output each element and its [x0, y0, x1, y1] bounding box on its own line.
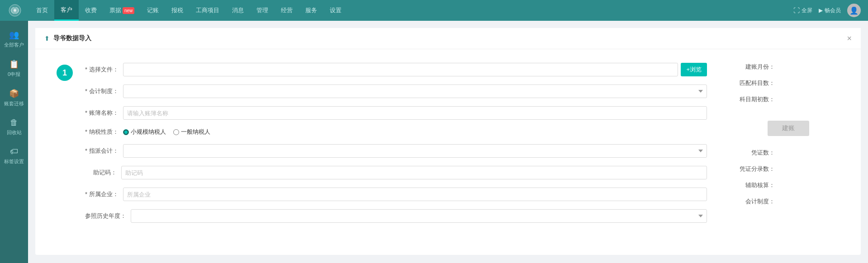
subject-init-row: 科目期初数： — [734, 95, 843, 103]
top-nav: 首页 客户 收费 票据 new 记账 报税 工商项目 消息 管理 经营 服务 设… — [0, 0, 868, 21]
avatar-icon: 👤 — [849, 6, 859, 15]
sidebar-item-account-migration[interactable]: 📦 账套迁移 — [0, 84, 28, 112]
form-container: 1 * 选择文件： +浏览 * 会计制 — [35, 49, 861, 236]
memo-code-row: 助记码： — [85, 166, 707, 179]
ledger-name-input[interactable] — [123, 106, 707, 120]
declaration-icon: 📋 — [9, 59, 19, 69]
build-month-label: 建账月份： — [734, 63, 775, 71]
avatar[interactable]: 👤 — [847, 4, 861, 17]
build-account-button[interactable]: 建账 — [768, 121, 809, 136]
auxiliary-row: 辅助核算： — [734, 181, 843, 189]
import-icon: ⬆ — [44, 35, 50, 42]
nav-item-customer[interactable]: 客户 — [54, 0, 79, 21]
sidebar-item-zero-declaration[interactable]: 📋 0申报 — [0, 55, 28, 82]
voucher-entries-row: 凭证分录数： — [734, 165, 843, 173]
voucher-row: 凭证数： — [734, 149, 843, 157]
sidebar-item-recycle[interactable]: 🗑 回收站 — [0, 113, 28, 141]
reference-year-label: 参照历史年度： — [85, 212, 126, 220]
panel-title: 导爷数据导入 — [53, 34, 91, 42]
member-btn[interactable]: ▶ 畅会员 — [819, 7, 841, 14]
nav-item-manage[interactable]: 管理 — [250, 0, 275, 21]
accounting-system-right-row: 会计制度： — [734, 197, 843, 206]
step-indicator: 1 — [53, 63, 76, 81]
company-input[interactable] — [123, 188, 707, 201]
form-left: 1 * 选择文件： +浏览 * 会计制 — [53, 63, 707, 223]
nav-items: 首页 客户 收费 票据 new 记账 报税 工商项目 消息 管理 经营 服务 设… — [30, 0, 793, 21]
accounting-system-row: * 会计制度： — [85, 85, 707, 98]
nav-right: ⛶ 全屏 ▶ 畅会员 👤 — [793, 4, 868, 17]
file-label: * 选择文件： — [85, 66, 119, 74]
company-label: * 所属企业： — [85, 190, 119, 198]
nav-item-operation[interactable]: 经营 — [275, 0, 299, 21]
assign-accountant-row: * 指派会计： — [85, 144, 707, 158]
sidebar-item-all-customers[interactable]: 👥 全部客户 — [0, 25, 28, 53]
sidebar-item-tag-settings[interactable]: 🏷 标签设置 — [0, 142, 28, 169]
general-taxpayer-option[interactable]: 一般纳税人 — [173, 128, 210, 136]
nav-item-fee[interactable]: 收费 — [79, 0, 103, 21]
memo-code-input[interactable] — [121, 166, 707, 179]
nav-item-service[interactable]: 服务 — [299, 0, 323, 21]
step-circle: 1 — [57, 65, 73, 81]
voucher-entries-label: 凭证分录数： — [734, 165, 775, 173]
accounting-system-right-label: 会计制度： — [734, 197, 775, 206]
customers-icon: 👥 — [9, 30, 19, 40]
new-badge: new — [123, 7, 134, 14]
nav-item-bookkeeping[interactable]: 记账 — [141, 0, 165, 21]
assign-accountant-select[interactable] — [123, 144, 707, 158]
reference-year-row: 参照历史年度： — [85, 209, 707, 223]
content-area: ⬆ 导爷数据导入 × 1 * 选择文件： — [28, 21, 868, 263]
match-subject-label: 匹配科目数： — [734, 79, 775, 87]
panel: ⬆ 导爷数据导入 × 1 * 选择文件： — [35, 28, 861, 255]
memo-code-label: 助记码： — [85, 169, 117, 177]
nav-item-settings[interactable]: 设置 — [323, 0, 348, 21]
nav-item-tax[interactable]: 报税 — [165, 0, 190, 21]
tax-type-row: * 纳税性质： 小规模纳税人 一般纳税人 — [85, 128, 707, 136]
browse-button[interactable]: +浏览 — [681, 63, 707, 76]
file-input-group: +浏览 — [123, 63, 707, 76]
close-button[interactable]: × — [847, 34, 852, 42]
trash-icon: 🗑 — [10, 118, 18, 127]
sidebar: 👥 全部客户 📋 0申报 📦 账套迁移 🗑 回收站 🏷 标签设置 — [0, 21, 28, 263]
main-layout: 👥 全部客户 📋 0申报 📦 账套迁移 🗑 回收站 🏷 标签设置 ⬆ 导爷数据导… — [0, 21, 868, 263]
nav-item-message[interactable]: 消息 — [226, 0, 250, 21]
voucher-label: 凭证数： — [734, 149, 775, 157]
nav-item-home[interactable]: 首页 — [30, 0, 54, 21]
file-input[interactable] — [123, 63, 678, 76]
subject-init-label: 科目期初数： — [734, 95, 775, 103]
tax-type-label: * 纳税性质： — [85, 128, 119, 136]
migration-icon: 📦 — [9, 89, 19, 99]
company-row: * 所属企业： — [85, 188, 707, 201]
ledger-name-label: * 账簿名称： — [85, 109, 119, 117]
fullscreen-icon: ⛶ — [793, 7, 800, 14]
file-select-row: * 选择文件： +浏览 — [85, 63, 707, 76]
play-icon: ▶ — [819, 7, 823, 14]
accounting-system-select[interactable] — [123, 85, 707, 98]
tag-icon: 🏷 — [10, 147, 18, 156]
tax-type-radio-group: 小规模纳税人 一般纳税人 — [123, 128, 210, 136]
small-taxpayer-radio[interactable] — [123, 129, 129, 135]
assign-accountant-label: * 指派会计： — [85, 147, 119, 155]
form-right: 建账月份： 匹配科目数： 科目期初数： 建账 — [707, 63, 843, 223]
match-subject-row: 匹配科目数： — [734, 79, 843, 87]
panel-header: ⬆ 导爷数据导入 × — [35, 28, 861, 49]
small-taxpayer-option[interactable]: 小规模纳税人 — [123, 128, 166, 136]
general-taxpayer-radio[interactable] — [173, 129, 179, 135]
form-fields: * 选择文件： +浏览 * 会计制度： — [85, 63, 707, 223]
nav-item-invoice[interactable]: 票据 new — [103, 0, 141, 21]
svg-point-1 — [14, 9, 16, 12]
build-month-row: 建账月份： — [734, 63, 843, 71]
ledger-name-row: * 账簿名称： — [85, 106, 707, 120]
fullscreen-btn[interactable]: ⛶ 全屏 — [793, 7, 812, 14]
logo — [5, 0, 25, 21]
auxiliary-label: 辅助核算： — [734, 181, 775, 189]
nav-item-business[interactable]: 工商项目 — [190, 0, 226, 21]
accounting-system-label: * 会计制度： — [85, 87, 119, 95]
reference-year-select[interactable] — [131, 209, 707, 223]
